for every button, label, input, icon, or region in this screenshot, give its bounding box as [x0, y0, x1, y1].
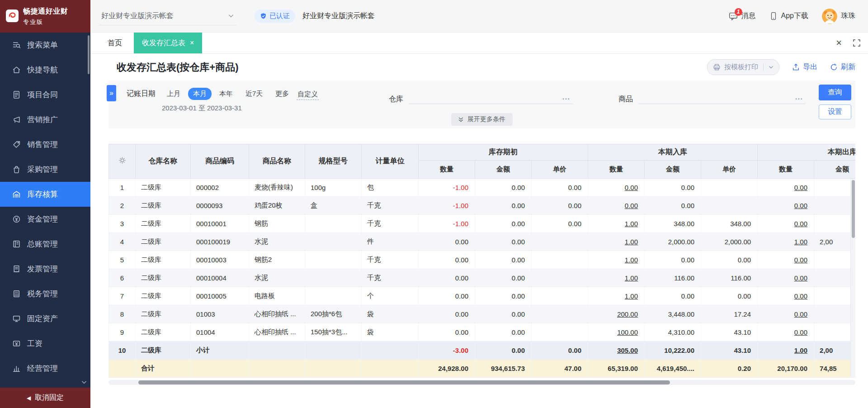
- product-picker-icon[interactable]: ...: [795, 93, 803, 101]
- table-row[interactable]: 2二级库0000093鸡蛋20枚盒千克-1.000.000.000.000.00…: [109, 197, 856, 215]
- date-option-1[interactable]: 上月: [162, 88, 185, 100]
- sidebar-item-12[interactable]: 固定资产: [0, 306, 90, 331]
- export-button[interactable]: 导出: [792, 62, 817, 72]
- warehouse-input[interactable]: ...: [409, 90, 573, 104]
- query-button[interactable]: 查询: [819, 85, 851, 100]
- sub-header-2-3: 单价: [701, 161, 758, 179]
- table-row[interactable]: 4二级库000100019水泥件0.000.001.002,000.002,00…: [109, 233, 856, 251]
- sidebar-scroll-down-icon[interactable]: [81, 378, 87, 385]
- print-label: 按模板打印: [724, 63, 758, 71]
- qty-drilldown-link[interactable]: 1.00: [625, 292, 638, 300]
- sidebar-item-3[interactable]: 项目合同: [0, 82, 90, 107]
- invoice-icon: [12, 265, 21, 274]
- refresh-label: 刷新: [841, 62, 855, 72]
- sidebar-item-label: 采购管理: [27, 164, 58, 175]
- qty-drilldown-link[interactable]: 0.00: [794, 274, 807, 282]
- sidebar-item-5[interactable]: 销售管理: [0, 132, 90, 157]
- fullscreen-icon[interactable]: [853, 39, 861, 47]
- app-download-button[interactable]: App下载: [769, 11, 808, 21]
- qty-drilldown-link[interactable]: 1.00: [625, 256, 638, 264]
- table-cell: 17.24: [701, 305, 758, 323]
- refresh-button[interactable]: 刷新: [830, 62, 855, 72]
- qty-drilldown-link[interactable]: 200.00: [617, 310, 638, 318]
- settings-button[interactable]: 设置: [819, 104, 851, 119]
- table-row[interactable]: 6二级库00010004水泥千克0.000.001.00116.00116.00…: [109, 269, 856, 287]
- table-row[interactable]: 9二级库01004心相印抽纸 ...150抽*3包...袋0.000.00100…: [109, 323, 856, 342]
- qty-drilldown-link[interactable]: 0.00: [794, 328, 807, 336]
- qty-drilldown-link[interactable]: 1.00: [794, 346, 807, 354]
- qty-drilldown-link[interactable]: 1.00: [794, 238, 807, 246]
- column-settings-button[interactable]: [109, 144, 136, 179]
- sidebar-scrollbar[interactable]: [88, 35, 90, 74]
- sidebar-item-15[interactable]: 小微记账: [0, 381, 90, 388]
- tab-active[interactable]: 收发存汇总表 ×: [134, 33, 202, 53]
- sub-header-2-2: 金额: [645, 161, 701, 179]
- qty-drilldown-link[interactable]: 0.00: [794, 256, 807, 264]
- qty-drilldown-link[interactable]: 0.00: [625, 184, 638, 191]
- messages-badge: 1: [735, 8, 742, 16]
- qty-drilldown-link[interactable]: 1.00: [625, 238, 638, 246]
- qty-drilldown-link[interactable]: 1.00: [625, 220, 638, 228]
- vertical-scroll-thumb[interactable]: [852, 180, 855, 238]
- table-cell: 个: [362, 287, 419, 305]
- sidebar-item-1[interactable]: 搜索菜单: [0, 33, 90, 57]
- sidebar-item-6[interactable]: 采购管理: [0, 157, 90, 182]
- unpin-button[interactable]: ◀ 取消固定: [0, 388, 90, 408]
- qty-drilldown-link[interactable]: 0.00: [625, 202, 638, 209]
- qty-drilldown-link[interactable]: 0.00: [794, 184, 807, 191]
- messages-button[interactable]: 1 消息: [729, 11, 756, 21]
- sidebar-item-7[interactable]: 库存核算: [0, 182, 90, 207]
- tax-icon: [12, 289, 21, 299]
- sidebar-item-4[interactable]: 营销推广: [0, 107, 90, 132]
- chevron-down-icon[interactable]: [769, 66, 774, 69]
- date-option-6[interactable]: 自定义: [297, 88, 319, 100]
- table-row[interactable]: 3二级库00010001钢筋千克-1.000.000.001.00348.003…: [109, 215, 856, 233]
- table-cell: 4,310.00: [645, 323, 701, 342]
- print-by-template-button[interactable]: 按模板打印: [707, 59, 779, 75]
- table-row[interactable]: 5二级库00010003钢筋2千克0.000.001.000.000.000.0…: [109, 251, 856, 269]
- sidebar-item-9[interactable]: 总账管理: [0, 232, 90, 256]
- table-horizontal-scrollbar[interactable]: [108, 380, 855, 385]
- user-menu[interactable]: 珠珠: [822, 9, 855, 24]
- expand-more-button[interactable]: 展开更多条件: [451, 113, 513, 126]
- product-input[interactable]: ...: [638, 90, 806, 104]
- table-cell: 200抽*6包: [305, 305, 362, 323]
- table-row[interactable]: 7二级库00010005电路板个0.000.001.000.000.000.00: [109, 287, 856, 305]
- qty-drilldown-link[interactable]: 100.00: [617, 328, 638, 336]
- table-vertical-scrollbar[interactable]: [850, 179, 855, 377]
- table-cell: [191, 360, 249, 378]
- sidebar: 畅捷通好业财 专业版 搜索菜单快捷导航项目合同营销推广销售管理采购管理库存核算资…: [0, 0, 90, 408]
- account-set-dropdown[interactable]: 好业财专业版演示帐套: [99, 7, 236, 25]
- total-row[interactable]: 合计24,928.00934,615.7347.0065,319.004,619…: [109, 360, 856, 378]
- sidebar-item-10[interactable]: 发票管理: [0, 256, 90, 281]
- table-row[interactable]: 8二级库01003心相印抽纸 ...200抽*6包袋0.000.00200.00…: [109, 305, 856, 323]
- qty-drilldown-link[interactable]: 0.00: [794, 202, 807, 209]
- brand-logo: 畅捷通好业财 专业版: [0, 0, 90, 33]
- qty-drilldown-link[interactable]: 0.00: [794, 292, 807, 300]
- table-cell: [814, 287, 855, 305]
- date-option-5[interactable]: 更多: [270, 88, 294, 100]
- qty-drilldown-link[interactable]: 1.00: [625, 274, 638, 282]
- sidebar-item-8[interactable]: 资金管理: [0, 207, 90, 232]
- qty-drilldown-link[interactable]: 305.00: [617, 346, 638, 354]
- sidebar-item-14[interactable]: 经营管理: [0, 356, 90, 381]
- qty-drilldown-link[interactable]: 0.00: [794, 310, 807, 318]
- collapse-filter-button[interactable]: »: [107, 85, 116, 101]
- purchase-icon: [12, 165, 21, 174]
- tab-close-icon[interactable]: ×: [190, 39, 194, 47]
- sidebar-item-13[interactable]: 工资: [0, 331, 90, 356]
- table-cell: [532, 233, 588, 251]
- table-cell: 0.00: [758, 323, 814, 342]
- date-option-3[interactable]: 本年: [214, 88, 238, 100]
- table-row[interactable]: 1二级库000002麦烧(香辣味)100g包-1.000.000.000.000…: [109, 179, 856, 197]
- qty-drilldown-link[interactable]: 0.00: [794, 220, 807, 228]
- close-all-tabs-icon[interactable]: ×: [836, 38, 842, 48]
- sidebar-item-2[interactable]: 快捷导航: [0, 57, 90, 82]
- horizontal-scroll-thumb[interactable]: [138, 380, 670, 384]
- date-option-2[interactable]: 本月: [188, 88, 212, 100]
- tab-home[interactable]: 首页: [96, 33, 134, 53]
- date-option-4[interactable]: 近7天: [241, 88, 268, 100]
- warehouse-picker-icon[interactable]: ...: [562, 93, 570, 101]
- subtotal-row[interactable]: 10二级库小计-3.000.000.00305.0010,222.0043.10…: [109, 342, 856, 360]
- sidebar-item-11[interactable]: 税务管理: [0, 281, 90, 306]
